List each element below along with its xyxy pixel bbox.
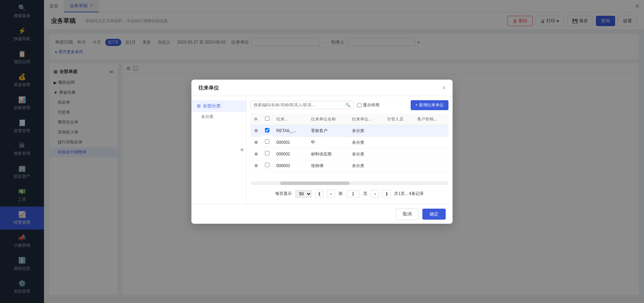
table-row[interactable]: ⚙ 000002 材料供应商 未分类 <box>251 148 448 160</box>
modal-scrollbar-thumb <box>280 182 349 185</box>
modal-data-table: ⚙ 往来... 往来单位名称 往来单位... <box>251 114 448 172</box>
row-gear: ⚙ <box>251 125 262 137</box>
show-disabled-toggle: 显示停用 <box>357 102 379 108</box>
row-code: 000001 <box>273 137 308 148</box>
row-category: 未分类 <box>348 160 383 172</box>
modal-footer: 取消 确定 <box>191 204 453 224</box>
select-all-modal-checkbox[interactable] <box>265 116 269 121</box>
show-disabled-checkbox[interactable] <box>357 103 362 107</box>
row-code: RETAIL_... <box>273 125 308 137</box>
row-category: 未分类 <box>348 148 383 160</box>
per-page-select[interactable]: 50 <box>295 190 312 198</box>
col-manager: 分管人员 <box>384 114 414 125</box>
row-manager <box>384 160 414 172</box>
pagination-next-btn[interactable]: › <box>371 190 379 198</box>
pagination-first-btn[interactable]: ⟪ <box>315 190 323 198</box>
cancel-button[interactable]: 取消 <box>396 209 419 220</box>
row-name: 张帅傅 <box>308 160 348 172</box>
confirm-button[interactable]: 确定 <box>422 209 446 220</box>
col-code: 往来... <box>273 114 308 125</box>
table-row[interactable]: ⚙ 000003 张帅傅 未分类 <box>251 160 448 172</box>
search-icon-modal: 🔍 <box>345 103 351 107</box>
row-checkbox <box>262 148 273 159</box>
row-price-level <box>414 125 448 137</box>
row-code: 000002 <box>273 148 308 160</box>
row-select-checkbox[interactable] <box>265 139 269 144</box>
row-category: 未分类 <box>348 137 383 148</box>
modal-left-all-categories[interactable]: ⊞ 全部分类 <box>191 100 246 112</box>
modal-right-panel: 🔍 显示停用 + 新增往来单位 ⚙ <box>246 96 453 204</box>
row-name: 材料供应商 <box>308 148 348 160</box>
row-gear: ⚙ <box>251 137 262 148</box>
row-manager <box>384 148 414 160</box>
col-gear: ⚙ <box>251 114 262 125</box>
col-checkbox <box>262 114 273 125</box>
col-category: 往来单位... <box>348 114 383 125</box>
modal-toolbar: 🔍 显示停用 + 新增往来单位 <box>251 100 448 110</box>
modal-title: 往来单位 <box>198 85 219 91</box>
row-manager <box>384 137 414 148</box>
row-code: 000003 <box>273 160 308 172</box>
page-number-input[interactable] <box>346 190 360 197</box>
modal-left-panel: ⊞ 全部分类 未分类 ◀ <box>191 96 246 204</box>
row-category: 未分类 <box>348 125 383 137</box>
modal-left-uncategorized[interactable]: 未分类 <box>191 112 246 122</box>
row-price-level <box>414 137 448 148</box>
row-checkbox <box>262 160 273 170</box>
modal-body: ⊞ 全部分类 未分类 ◀ 🔍 显示停用 <box>191 96 453 204</box>
pagination-prev-btn[interactable]: ‹ <box>327 190 335 198</box>
add-partner-btn[interactable]: + 新增往来单位 <box>411 100 448 110</box>
modal-table-body: ⚙ RETAIL_... 零散客户 未分类 ⚙ <box>251 125 448 172</box>
row-select-checkbox[interactable] <box>265 163 269 167</box>
row-name: 甲 <box>308 137 348 148</box>
row-select-checkbox[interactable] <box>265 151 269 155</box>
col-name: 往来单位名称 <box>308 114 348 125</box>
row-price-level <box>414 148 448 160</box>
modal-table-head: ⚙ 往来... 往来单位名称 往来单位... <box>251 114 448 125</box>
row-gear: ⚙ <box>251 160 262 172</box>
modal-search-input[interactable] <box>254 103 343 107</box>
row-manager <box>384 125 414 137</box>
table-row[interactable]: ⚙ RETAIL_... 零散客户 未分类 <box>251 125 448 137</box>
row-price-level <box>414 160 448 172</box>
modal-search-box: 🔍 <box>251 101 354 109</box>
row-checkbox <box>262 125 273 136</box>
modal-table-scroll[interactable]: ⚙ 往来... 往来单位名称 往来单位... <box>251 114 448 180</box>
pagination: 每页显示 50 ⟪ ‹ 第 页 › ⟫ 共1页，4条记录 <box>251 186 448 200</box>
modal-horizontal-scrollbar[interactable] <box>251 182 448 185</box>
row-name: 零散客户 <box>308 125 348 137</box>
row-select-checkbox[interactable] <box>265 128 269 132</box>
row-checkbox <box>262 137 273 147</box>
row-gear: ⚙ <box>251 148 262 160</box>
pagination-last-btn[interactable]: ⟫ <box>382 190 391 198</box>
col-price-level: 客户价格... <box>414 114 448 125</box>
modal-close-btn[interactable]: × <box>442 84 446 92</box>
modal-panel-collapse-icon[interactable]: ◀ <box>240 147 243 152</box>
modal-header: 往来单位 × <box>191 80 453 96</box>
partner-modal: 往来单位 × ⊞ 全部分类 未分类 ◀ 🔍 <box>191 80 453 224</box>
table-row[interactable]: ⚙ 000001 甲 未分类 <box>251 137 448 148</box>
modal-backdrop[interactable]: 往来单位 × ⊞ 全部分类 未分类 ◀ 🔍 <box>0 0 644 303</box>
grid-icon-modal: ⊞ <box>197 103 201 108</box>
